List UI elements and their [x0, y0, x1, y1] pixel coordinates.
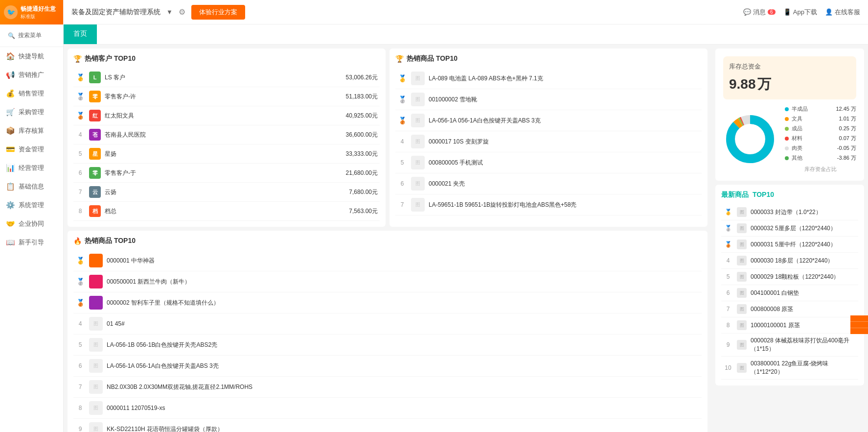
customer-value: 51,183.00元 — [346, 93, 378, 101]
message-label: 消息 — [753, 8, 766, 17]
left-panel: 🏆 热销客户 TOP10 🥇LLS 客户53,006.26元🥈零零售客户-许51… — [64, 45, 711, 432]
guide-icon: 📖 — [6, 238, 15, 247]
customer-value: 21,680.00元 — [346, 169, 378, 177]
message-icon: 💬 — [743, 8, 751, 16]
legend-value: -3.86 万 — [837, 154, 856, 162]
product-thumbnail: 图 — [89, 401, 103, 415]
customer-value: 33,333.00元 — [346, 150, 378, 158]
rank-number: 🥈 — [723, 225, 733, 232]
product-thumbnail: 图 — [411, 114, 425, 127]
float-buttons: 客服热线 服务社区 直播 — [850, 315, 868, 334]
rank-number: 5 — [723, 273, 733, 280]
product-name: 0000033 封边带（1.0*22） — [751, 208, 856, 216]
float-service-button[interactable]: 客服热线 — [850, 315, 868, 322]
hot-products-top-list: 🥇图LA-089 电池盖 LA-089 ABS本色+黑种 7.1克🥈图00100… — [395, 68, 702, 216]
legend-color-dot — [785, 137, 789, 141]
settings-icon[interactable]: ⚙ — [179, 7, 185, 17]
product-thumbnail: 图 — [737, 240, 747, 249]
sidebar-search[interactable]: 🔍 搜索菜单 — [0, 24, 63, 47]
rank-number: 9 — [75, 426, 85, 432]
rank-number: 6 — [723, 289, 733, 296]
product-thumbnail — [89, 254, 103, 267]
page-tabs: 首页 — [64, 24, 868, 45]
hot-product-bottom-row: 🥉0000002 智利车子里（规格不知道填什么） — [73, 292, 702, 313]
product-thumbnail: 图 — [411, 198, 425, 212]
customer-name: 零售客户-许 — [105, 93, 342, 101]
float-live-button[interactable]: 直播 — [850, 328, 868, 334]
product-thumbnail — [89, 275, 103, 288]
online-service-button[interactable]: 👤 在线客服 — [825, 8, 860, 17]
latest-product-row: 🥇图0000033 封边带（1.0*22） — [721, 204, 858, 220]
rank-number: 6 — [397, 180, 407, 187]
product-name: LA-056-1B 056-1B白色按键开关壳ABS2壳 — [107, 341, 700, 349]
customer-value: 36,600.00元 — [346, 131, 378, 139]
product-name: 0000021 夹壳 — [429, 180, 700, 188]
rank-number: 9 — [723, 341, 733, 348]
legend-item: 材料0.07 万 — [785, 135, 856, 142]
sidebar-item-marketing[interactable]: 📢 营销推广 — [0, 66, 63, 84]
dropdown-arrow[interactable]: ▼ — [166, 8, 173, 16]
operations-icon: 📊 — [6, 164, 15, 172]
product-thumbnail: 图 — [89, 338, 103, 352]
customer-avatar: 星 — [89, 148, 101, 160]
shortcuts-icon: 🏠 — [6, 52, 15, 61]
sidebar-item-guide[interactable]: 📖 新手引导 — [0, 233, 63, 252]
customer-ranking-row: 🥈零零售客户-许51,183.00元 — [73, 87, 380, 106]
sidebar-item-sales[interactable]: 💰 销售管理 — [0, 84, 63, 103]
customer-name: 档总 — [105, 207, 345, 216]
customer-ranking-row: 🥇LLS 客户53,006.26元 — [73, 68, 380, 87]
sidebar-item-label: 销售管理 — [19, 89, 44, 98]
legend-item: 肉类-0.05 万 — [785, 144, 856, 152]
rank-number: 10 — [723, 364, 733, 371]
product-name: 0000032 5厘多层（1220*2440） — [751, 224, 856, 233]
customer-name: 云扬 — [105, 188, 345, 196]
inventory-label: 库存总资金 — [729, 62, 850, 71]
service-icon: 👤 — [825, 8, 833, 16]
customer-value: 7,563.00元 — [349, 207, 378, 216]
sidebar-item-purchase[interactable]: 🛒 采购管理 — [0, 103, 63, 121]
customer-avatar: 零 — [89, 91, 101, 102]
customer-name: LS 客户 — [105, 73, 342, 82]
latest-product-row: 6图004100001 白钢垫 — [721, 285, 858, 301]
rank-number: 🥇 — [75, 257, 85, 264]
search-menu-button[interactable]: 🔍 搜索菜单 — [4, 28, 59, 43]
sidebar-item-operations[interactable]: 📊 经营管理 — [0, 159, 63, 177]
legend-color-dot — [785, 107, 789, 111]
sidebar-item-label: 库存核算 — [19, 126, 44, 135]
trial-button[interactable]: 体验行业方案 — [191, 5, 245, 20]
sidebar-item-basic-info[interactable]: 📋 基础信息 — [0, 177, 63, 196]
sidebar-item-finance[interactable]: 💳 资金管理 — [0, 140, 63, 159]
product-thumbnail: 图 — [737, 207, 747, 217]
product-name: 0000002 智利车子里（规格不知道填什么） — [107, 299, 700, 307]
legend-name: 肉类 — [792, 144, 834, 152]
legend-name: 文具 — [792, 115, 836, 122]
sidebar-item-system[interactable]: ⚙️ 系统管理 — [0, 196, 63, 215]
inventory-subtitle: 库存资金占比 — [785, 166, 856, 173]
sidebar-item-enterprise[interactable]: 🤝 企业协同 — [0, 215, 63, 233]
sidebar-item-inventory[interactable]: 📦 库存核算 — [0, 121, 63, 140]
rank-number: 4 — [75, 131, 85, 138]
product-thumbnail: 图 — [737, 340, 747, 350]
rank-number: 7 — [397, 201, 407, 208]
message-button[interactable]: 💬 消息 6 — [743, 8, 776, 17]
hot-product-bottom-row: 9图KK-SD22110H 花语萌恒温分罐罐袋（厚款） — [73, 419, 702, 432]
inventory-unit: 万 — [757, 76, 771, 92]
rank-number: 🥈 — [75, 278, 85, 286]
marketing-icon: 📢 — [6, 71, 15, 79]
customer-name: 星扬 — [105, 150, 342, 158]
customer-ranking-row: 5星星扬33,333.00元 — [73, 144, 380, 164]
sidebar-item-shortcuts[interactable]: 🏠 快捷导航 — [0, 47, 63, 66]
hot-product-row: 7图LA-59651-1B 59651-1B旋转投影灯电池盒ABS黑色+58壳 — [395, 194, 702, 216]
legend-value: 0.25 万 — [839, 125, 856, 132]
tab-home[interactable]: 首页 — [64, 24, 97, 44]
customer-name: 苍南县人民医院 — [105, 131, 342, 139]
app-download-button[interactable]: 📱 App下载 — [783, 8, 817, 17]
rank-number: 5 — [397, 159, 407, 166]
latest-product-row: 🥈图0000032 5厘多层（1220*2440） — [721, 220, 858, 237]
hot-products-top-card: 🏆 热销商品 TOP10 🥇图LA-089 电池盖 LA-089 ABS本色+黑… — [389, 48, 708, 227]
customer-avatar: 苍 — [89, 129, 101, 141]
customer-ranking-row: 6零零售客户-于21,680.00元 — [73, 164, 380, 183]
donut-chart-container: 半成品12.45 万文具1.01 万成品0.25 万材料0.07 万肉类-0.0… — [723, 105, 856, 173]
legend-name: 其他 — [792, 154, 834, 162]
float-community-button[interactable]: 服务社区 — [850, 322, 868, 328]
